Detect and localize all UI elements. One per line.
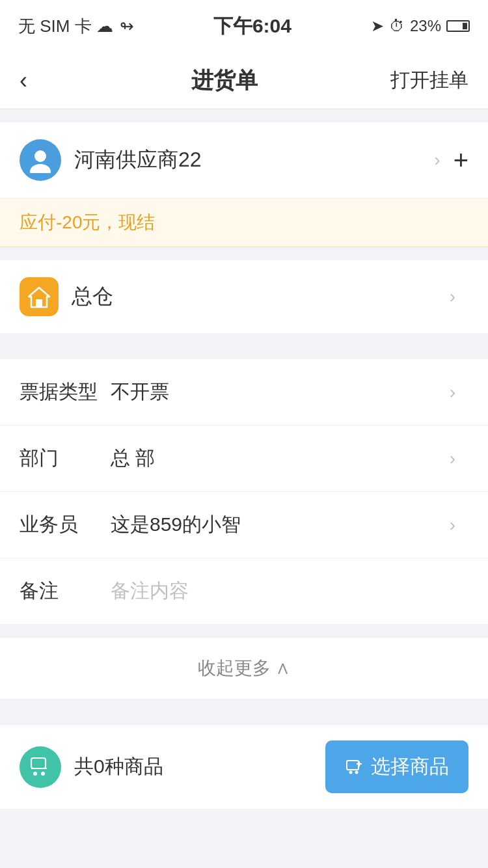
location-icon: ➤ (371, 17, 384, 35)
select-goods-label: 选择商品 (371, 753, 449, 780)
collapse-row[interactable]: 收起更多 ∧ (0, 637, 488, 699)
battery-icon (446, 20, 470, 32)
supplier-name: 河南供应商22 (74, 146, 434, 174)
warehouse-row[interactable]: 总仓 › (0, 260, 488, 333)
section-gap-4 (0, 699, 488, 712)
open-pending-button[interactable]: 打开挂单 (390, 67, 468, 94)
form-section: 票据类型 不开票 › 部门 总 部 › 业务员 这是859的小智 › 备注 备注… (0, 359, 488, 624)
add-supplier-button[interactable]: + (454, 147, 468, 173)
back-button[interactable]: ‹ (20, 67, 59, 94)
battery-percent: 23% (410, 17, 441, 35)
department-row[interactable]: 部门 总 部 › (0, 426, 488, 492)
salesperson-label: 业务员 (20, 511, 98, 538)
department-chevron-icon: › (450, 448, 455, 469)
wifi-icon: ↬ (120, 16, 134, 36)
svg-point-0 (34, 150, 46, 162)
section-gap-3 (0, 333, 488, 346)
warehouse-chevron-icon: › (450, 286, 455, 307)
svg-point-5 (33, 772, 37, 776)
salesperson-value: 这是859的小智 (98, 511, 450, 538)
salesperson-row[interactable]: 业务员 这是859的小智 › (0, 492, 488, 558)
svg-point-1 (30, 164, 51, 173)
svg-point-6 (41, 772, 45, 776)
nav-bar: ‹ 进货单 打开挂单 (0, 52, 488, 109)
warehouse-section: 总仓 › (0, 260, 488, 333)
select-goods-icon (345, 757, 364, 777)
page-title: 进货单 (191, 66, 258, 96)
person-icon (27, 147, 53, 173)
supplier-avatar (20, 139, 61, 181)
invoice-type-label: 票据类型 (20, 379, 98, 405)
salesperson-chevron-icon: › (450, 515, 455, 536)
invoice-type-row[interactable]: 票据类型 不开票 › (0, 359, 488, 426)
supplier-row[interactable]: 河南供应商22 › + (0, 122, 488, 198)
section-gap-1 (0, 109, 488, 122)
status-left: 无 SIM 卡 ☁ ↬ (18, 15, 134, 38)
select-goods-button[interactable]: 选择商品 (325, 740, 468, 793)
remark-row[interactable]: 备注 备注内容 (0, 558, 488, 624)
sim-status: 无 SIM 卡 ☁ (18, 15, 113, 38)
svg-rect-4 (31, 758, 46, 768)
svg-rect-8 (347, 761, 359, 770)
bottom-section: 共0种商品 选择商品 (0, 725, 488, 809)
warehouse-name: 总仓 (72, 282, 450, 311)
supplier-chevron-icon: › (434, 150, 440, 170)
product-count: 共0种商品 (74, 753, 312, 780)
warehouse-icon-wrap (20, 277, 59, 316)
section-gap-2 (0, 247, 488, 260)
department-label: 部门 (20, 445, 98, 472)
remark-input[interactable]: 备注内容 (98, 578, 468, 604)
svg-point-9 (349, 770, 353, 774)
supplier-section: 河南供应商22 › + 应付-20元，现结 (0, 122, 488, 247)
remark-label: 备注 (20, 578, 98, 604)
department-value: 总 部 (98, 445, 450, 472)
invoice-type-chevron-icon: › (450, 382, 455, 403)
alarm-icon: ⏱ (389, 17, 405, 35)
svg-point-10 (355, 770, 359, 774)
product-icon-wrap (20, 746, 61, 788)
status-time: 下午6:04 (213, 13, 291, 40)
svg-rect-3 (36, 299, 42, 307)
invoice-type-value: 不开票 (98, 379, 450, 405)
house-icon (27, 285, 51, 308)
notice-bar: 应付-20元，现结 (0, 198, 488, 247)
cart-icon (29, 755, 52, 779)
status-bar: 无 SIM 卡 ☁ ↬ 下午6:04 ➤ ⏱ 23% (0, 0, 488, 52)
status-right: ➤ ⏱ 23% (371, 17, 470, 35)
